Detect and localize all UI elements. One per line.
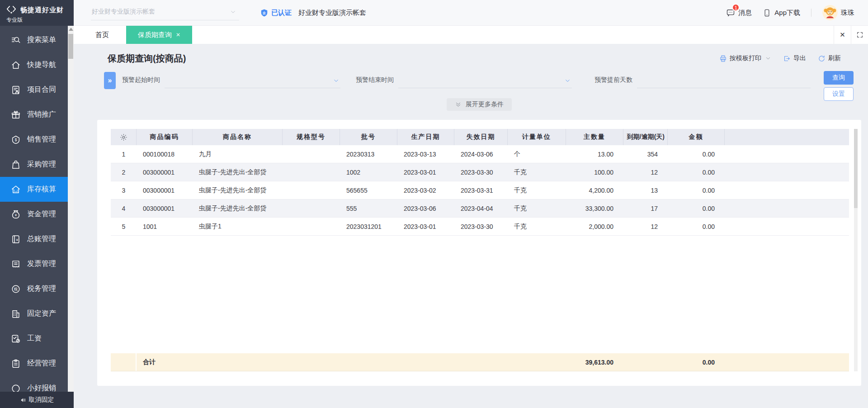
sidebar-item-label: 发票管理 xyxy=(27,259,56,269)
table-cell: 千克 xyxy=(508,168,566,176)
refresh-icon xyxy=(818,55,826,62)
sidebar-item-marketing[interactable]: 营销推广 xyxy=(0,102,74,127)
sidebar-item-purchase-mgmt[interactable]: 采购管理 xyxy=(0,152,74,177)
sidebar-item-label: 固定资产 xyxy=(27,309,56,318)
table-row[interactable]: 1000100018九月202303132023-03-132024-03-06… xyxy=(111,145,849,163)
table-cell: 2023-03-01 xyxy=(397,169,454,176)
refresh-button[interactable]: 刷新 xyxy=(818,54,841,62)
close-all-tabs-button[interactable]: ✕ xyxy=(834,26,851,44)
sidebar: 畅捷通好业财 专业版 搜索菜单快捷导航项目合同营销推广$销售管理采购管理库存核算… xyxy=(0,0,74,408)
print-by-template-button[interactable]: 按模板打印 xyxy=(719,54,771,62)
unpin-sidebar-button[interactable]: 取消固定 xyxy=(0,392,74,408)
settings-button[interactable]: 设置 xyxy=(824,87,854,101)
sidebar-item-label: 总账管理 xyxy=(27,234,56,244)
app-logo: 畅捷通好业财 专业版 xyxy=(0,0,74,26)
tab-shelf-life-query[interactable]: 保质期查询 ✕ xyxy=(126,26,192,44)
sidebar-scrollbar[interactable] xyxy=(68,26,74,392)
filter-advance-days-input[interactable] xyxy=(637,72,811,88)
scroll-up-icon[interactable] xyxy=(69,28,73,31)
brand-logo-icon xyxy=(5,4,17,16)
query-button[interactable]: 查询 xyxy=(824,71,854,85)
printer-icon xyxy=(719,55,727,62)
brand-name: 畅捷通好业财 xyxy=(20,6,64,14)
table-cell: 2024-03-06 xyxy=(454,151,508,158)
table-cell: 0.00 xyxy=(668,151,725,158)
print-dropdown-chevron-icon[interactable] xyxy=(765,55,771,62)
table-row[interactable]: 51001虫腿子120230312012023-03-012023-03-30千… xyxy=(111,218,849,236)
table-cell: 565655 xyxy=(340,187,397,194)
column-header: 商品名称 xyxy=(193,129,283,145)
svg-text:税: 税 xyxy=(14,287,18,291)
page-toolbar: 按模板打印 导出 刷新 xyxy=(719,54,861,62)
sidebar-item-funds-mgmt[interactable]: ¥资金管理 xyxy=(0,202,74,227)
table-cell: 003000001 xyxy=(137,187,193,194)
table-cell: 虫腿子1 xyxy=(193,223,283,231)
export-button[interactable]: 导出 xyxy=(783,54,806,62)
svg-text:$: $ xyxy=(15,138,17,142)
table-cell: 1001 xyxy=(137,223,193,230)
table-cell: 虫腿子-先进先出-全部贷 xyxy=(193,168,283,176)
fullscreen-icon[interactable] xyxy=(851,26,868,44)
table-cell: 千克 xyxy=(508,204,566,213)
sidebar-item-inventory-acct[interactable]: 库存核算 xyxy=(0,177,74,202)
table-scrollbar-thumb[interactable] xyxy=(854,129,858,208)
footer-cell: 0.00 xyxy=(668,359,725,366)
table-body: 1000100018九月202303132023-03-132024-03-06… xyxy=(111,145,849,236)
sidebar-item-label: 经营管理 xyxy=(27,359,56,368)
search-icon xyxy=(11,35,21,45)
main-area: 好业财专业版演示帐套 企 已认证 好业财专业版演示帐套 消息 1 xyxy=(74,0,868,408)
sidebar-item-search-menu[interactable]: 搜索菜单 xyxy=(0,28,74,52)
table-cell: 0.00 xyxy=(668,169,725,176)
messages-button[interactable]: 消息 1 xyxy=(726,8,752,17)
account-select[interactable]: 好业财专业版演示帐套 xyxy=(91,5,239,20)
tab-controls: ✕ xyxy=(834,26,868,44)
table-cell: 33,300.00 xyxy=(566,205,623,212)
column-settings-header[interactable] xyxy=(111,129,137,145)
table-cell: 20230313 xyxy=(340,151,397,158)
sidebar-item-tax-mgmt[interactable]: 税税务管理 xyxy=(0,276,74,301)
app-download-button[interactable]: App下载 xyxy=(763,9,800,17)
table-cell: 2023-03-06 xyxy=(397,205,454,212)
sidebar-item-invoice-mgmt[interactable]: 发票管理 xyxy=(0,251,74,276)
title-row: 保质期查询(按商品) 按模板打印 导出 xyxy=(97,50,861,66)
unpin-label: 取消固定 xyxy=(29,396,54,404)
sidebar-item-operations-mgmt[interactable]: 经营管理 xyxy=(0,351,74,376)
sidebar-item-reimburse[interactable]: 小好报销 xyxy=(0,376,74,392)
column-header: 主数量 xyxy=(566,129,623,145)
sidebar-item-payroll[interactable]: 工资 xyxy=(0,326,74,351)
tab-home[interactable]: 首页 xyxy=(86,26,118,44)
filter-start-date-input[interactable] xyxy=(165,72,340,88)
table-cell: 4,200.00 xyxy=(566,187,623,194)
table-cell: 354 xyxy=(623,151,668,158)
invoice-icon xyxy=(11,259,21,269)
table-cell: 0.00 xyxy=(668,187,725,194)
tab-close-icon[interactable]: ✕ xyxy=(176,32,180,38)
filter-end-date-input[interactable] xyxy=(398,72,572,88)
table-row[interactable]: 3003000001虫腿子-先进先出-全部贷5656552023-03-0220… xyxy=(111,181,849,199)
tab-label: 保质期查询 xyxy=(138,31,172,39)
gear-icon[interactable] xyxy=(120,133,127,141)
app-download-label: App下载 xyxy=(774,9,800,17)
sidebar-item-fixed-assets[interactable]: 固定资产 xyxy=(0,301,74,326)
table-row[interactable]: 2003000001虫腿子-先进先出-全部贷10022023-03-012023… xyxy=(111,163,849,181)
table-cell: 2023-03-30 xyxy=(454,169,508,176)
contract-icon xyxy=(11,85,21,95)
account-name: 好业财专业版演示帐套 xyxy=(298,9,366,17)
scrollbar-thumb[interactable] xyxy=(68,34,73,59)
expand-more-conditions-button[interactable]: 展开更多条件 xyxy=(447,98,512,111)
chevron-down-icon xyxy=(564,77,571,84)
table-cell: 千克 xyxy=(508,223,566,231)
sidebar-item-ledger-mgmt[interactable]: ¥总账管理 xyxy=(0,227,74,251)
expand-filter-panel-button[interactable]: » xyxy=(104,72,116,89)
content: 保质期查询(按商品) 按模板打印 导出 xyxy=(74,44,868,408)
purchase-icon xyxy=(11,160,21,170)
table-row[interactable]: 4003000001虫腿子-先进先出-全部贷5552023-03-062023-… xyxy=(111,199,849,218)
sidebar-item-label: 销售管理 xyxy=(27,135,56,144)
account-select-value: 好业财专业版演示帐套 xyxy=(92,8,155,16)
sidebar-item-sales-mgmt[interactable]: $销售管理 xyxy=(0,127,74,152)
sidebar-item-project-contract[interactable]: 项目合同 xyxy=(0,77,74,102)
table-scrollbar[interactable] xyxy=(854,129,858,371)
tax-icon: 税 xyxy=(11,284,21,294)
user-menu[interactable]: 珠珠 xyxy=(822,5,854,20)
sidebar-item-quick-nav[interactable]: 快捷导航 xyxy=(0,52,74,77)
